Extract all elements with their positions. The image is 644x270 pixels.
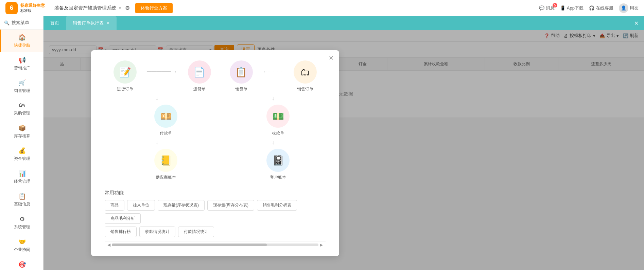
sidebar-item-label: 经营管理 xyxy=(14,179,30,184)
purchase-bill-circle: 📄 xyxy=(188,60,211,84)
purchase-order-icon: 📝 xyxy=(119,67,131,78)
purchase-bill-icon: 📄 xyxy=(193,67,205,78)
purchase-icon: 🛍 xyxy=(19,102,25,109)
sidebar-item-label: 资金管理 xyxy=(14,156,30,162)
sidebar-item-sales[interactable]: 🛒 销售管理 xyxy=(0,75,43,98)
app-download-button[interactable]: 📱 App下载 xyxy=(560,5,584,11)
sidebar-search[interactable]: 🔍 搜索菜单 xyxy=(0,16,43,30)
scroll-thumb xyxy=(112,244,267,246)
close-all-tabs-button[interactable]: ✕ xyxy=(634,20,639,26)
message-button[interactable]: 💬 消息 5 xyxy=(539,5,555,11)
btn-product-profit[interactable]: 商品毛利分析 xyxy=(105,213,141,224)
flow-item-sales-bill[interactable]: 📋 销货单 xyxy=(221,60,262,92)
scroll-track[interactable] xyxy=(112,244,318,246)
flow-row-4-arrows: ↓ ↓ xyxy=(105,139,326,146)
flow-modal: ✕ 📝 进货订单 xyxy=(91,50,339,256)
flow-item-receipt[interactable]: 💵 收款单 xyxy=(258,105,298,136)
modal-close-button[interactable]: ✕ xyxy=(329,54,334,62)
sidebar-item-basic-info[interactable]: 📋 基础信息 xyxy=(0,188,43,211)
sidebar-item-label: 销售管理 xyxy=(14,88,30,94)
search-icon: 🔍 xyxy=(4,20,10,25)
system-name: 装备及固定资产辅助管理系统 xyxy=(54,5,116,11)
btn-product[interactable]: 商品 xyxy=(105,200,124,211)
sales-bill-circle: 📋 xyxy=(230,60,253,84)
receipt-icon: 💵 xyxy=(272,111,284,122)
arrow-purchase-order-to-bill: ─────→ xyxy=(147,68,178,75)
flow-item-supplier-ledger[interactable]: 📒 供应商账本 xyxy=(145,149,186,180)
headset-icon: 🎧 xyxy=(589,5,594,11)
sidebar-item-purchase[interactable]: 🛍 采购管理 xyxy=(0,98,43,120)
sidebar: 🔍 搜索菜单 🏠 快捷导航 📢 营销推广 🛒 销售管理 🛍 采购管理 📦 xyxy=(0,16,43,270)
btn-stock-status[interactable]: 现存量(库存状况表) xyxy=(158,200,205,211)
tab-close-icon[interactable]: ✕ xyxy=(106,21,110,25)
btn-sales-profit[interactable]: 销售毛利分析表 xyxy=(257,200,297,211)
flow-row-5: 📒 供应商账本 📓 客户账本 xyxy=(105,149,326,180)
btn-sales-rank[interactable]: 销售排行榜 xyxy=(105,227,137,237)
system-icon: ⚙ xyxy=(19,215,25,223)
modal-overlay[interactable]: ✕ 📝 进货订单 xyxy=(43,30,644,270)
customer-ledger-label: 客户账本 xyxy=(270,175,286,180)
home-icon: 🏠 xyxy=(18,34,26,41)
sidebar-item-enterprise[interactable]: 🤝 企业协同 xyxy=(0,234,43,257)
message-badge: 5 xyxy=(553,3,557,7)
sidebar-search-label: 搜索菜单 xyxy=(12,20,29,26)
sidebar-item-quick-nav[interactable]: 🏠 快捷导航 xyxy=(0,30,43,52)
sales-order-icon: 🗂 xyxy=(300,67,310,78)
flow-item-customer-ledger[interactable]: 📓 客户账本 xyxy=(258,149,298,180)
inventory-icon: 📦 xyxy=(18,124,26,132)
flow-item-purchase-bill[interactable]: 📄 进货单 xyxy=(179,60,220,92)
sales-order-circle: 🗂 xyxy=(294,60,317,84)
user-menu[interactable]: 👤 用友 xyxy=(619,3,639,13)
btn-partner[interactable]: 往来单位 xyxy=(127,200,155,211)
app-download-label: App下载 xyxy=(567,5,584,11)
common-buttons-row1: 商品 往来单位 现存量(库存状况表) 现存量(库存分布表) 销售毛利分析表 商品… xyxy=(105,200,326,224)
tab-sales-order-exec-label: 销售订单执行表 xyxy=(73,20,104,26)
page-content: ❓ 帮助 🖨 按模板打印 ▾ 📤 导出 ▾ xyxy=(43,30,644,270)
down-arrow-receipt: ↓ xyxy=(262,139,285,146)
sidebar-item-finance[interactable]: 💰 资金管理 xyxy=(0,143,43,166)
supplier-ledger-label: 供应商账本 xyxy=(156,175,176,180)
finance-icon: 💰 xyxy=(18,147,26,155)
sidebar-item-label: 营销推广 xyxy=(14,65,30,71)
logo-area: 6 畅康通好生意 标准版 xyxy=(5,2,49,14)
btn-receipt-stats[interactable]: 收款情况统计 xyxy=(139,227,175,237)
enterprise-icon: 🤝 xyxy=(18,238,26,246)
sidebar-item-operations[interactable]: 📊 经营管理 xyxy=(0,166,43,188)
customer-ledger-circle: 📓 xyxy=(266,149,290,172)
sidebar-item-beginner[interactable]: 🎯 新手引导 xyxy=(0,257,43,270)
tab-home-label: 首页 xyxy=(50,20,59,26)
tab-bar: 首页 销售订单执行表 ✕ ✕ xyxy=(43,16,644,30)
sidebar-item-marketing[interactable]: 📢 营销推广 xyxy=(0,52,43,75)
purchase-order-circle: 📝 xyxy=(114,60,137,84)
settings-icon[interactable]: ⚙ xyxy=(125,5,130,11)
online-service-button[interactable]: 🎧 在线客服 xyxy=(589,5,613,11)
brand-name: 畅康通好生意 xyxy=(20,3,45,8)
btn-stock-dist[interactable]: 现存量(库存分布表) xyxy=(207,200,254,211)
logo-icon: 6 xyxy=(5,2,18,14)
btn-payment-stats[interactable]: 付款情况统计 xyxy=(178,227,214,237)
scrollbar-area: ◀ ▶ xyxy=(105,241,326,248)
trial-button[interactable]: 体验行业方案 xyxy=(135,3,173,13)
payment-label: 付款单 xyxy=(160,130,172,136)
system-dropdown-arrow[interactable]: ▾ xyxy=(119,6,121,11)
flow-item-purchase-order[interactable]: 📝 进货订单 xyxy=(105,60,145,92)
user-name: 用友 xyxy=(630,5,639,11)
sidebar-item-system[interactable]: ⚙ 系统管理 xyxy=(0,211,43,234)
flow-item-sales-order[interactable]: 🗂 销售订单 xyxy=(285,60,326,92)
sidebar-item-label: 快捷导航 xyxy=(14,42,30,48)
tab-sales-order-exec[interactable]: 销售订单执行表 ✕ xyxy=(66,16,117,30)
scroll-left-arrow[interactable]: ◀ xyxy=(107,242,110,247)
flow-item-payment[interactable]: 💴 付款单 xyxy=(145,105,186,136)
sidebar-item-inventory[interactable]: 📦 库存核算 xyxy=(0,120,43,143)
supplier-ledger-icon: 📒 xyxy=(160,155,172,166)
tab-home[interactable]: 首页 xyxy=(43,16,66,30)
common-functions-section: 常用功能 商品 往来单位 现存量(库存状况表) 现存量(库存分布表) 销售毛利分… xyxy=(105,190,326,237)
flow-diagram: 📝 进货订单 ─────→ 📄 xyxy=(105,60,326,183)
receipt-circle: 💵 xyxy=(266,105,290,128)
sales-bill-icon: 📋 xyxy=(235,67,247,78)
scroll-right-arrow[interactable]: ▶ xyxy=(320,242,323,247)
purchase-bill-label: 进货单 xyxy=(193,86,206,92)
brand-version: 标准版 xyxy=(20,8,45,13)
sidebar-item-label: 采购管理 xyxy=(14,110,30,116)
beginner-icon: 🎯 xyxy=(18,261,26,268)
